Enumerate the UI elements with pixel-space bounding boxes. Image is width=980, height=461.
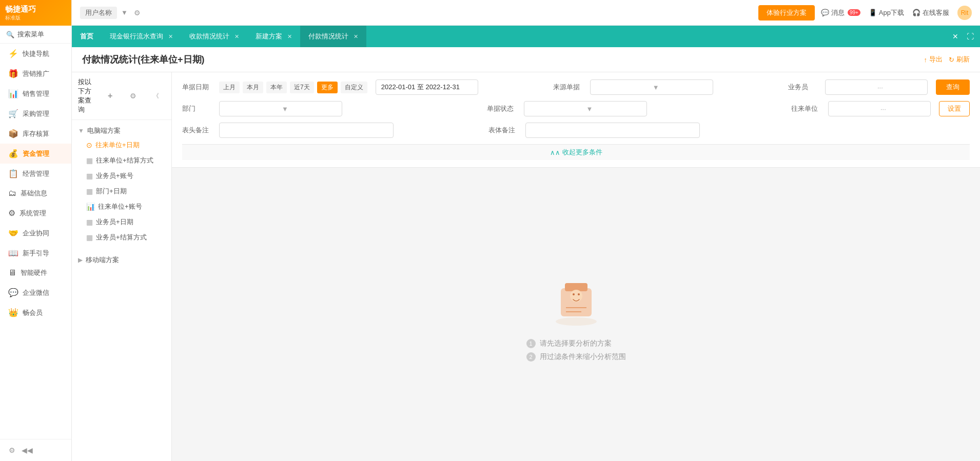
mobile-scheme-group-header[interactable]: ▶ 移动端方案: [72, 253, 171, 267]
scheme-staff-date[interactable]: ▦ 业务员+日期: [72, 214, 171, 230]
scheme-partner-settle[interactable]: ▦ 往来单位+结算方式: [72, 153, 171, 168]
table-head-note-input[interactable]: [219, 123, 394, 138]
empty-state: 1 请先选择要分析的方案 2 用过滤条件来缩小分析范围: [172, 168, 980, 461]
search-menu[interactable]: 🔍 搜索菜单: [0, 26, 71, 44]
page-header: 付款情况统计(往来单位+日期) ↑ 导出 ↻ 刷新: [72, 47, 980, 72]
tab-new-plan[interactable]: 新建方案 ✕: [247, 26, 300, 47]
sales-label: 销售管理: [23, 89, 49, 98]
sidebar-item-basic[interactable]: 🗂 基础信息: [0, 184, 71, 203]
chart-scheme-icon: 📊: [86, 203, 95, 211]
trial-btn[interactable]: 体验行业方案: [758, 5, 815, 21]
enterprise-label: 企业协同: [23, 229, 49, 238]
tab-close-all-btn[interactable]: ✕: [950, 30, 961, 43]
tab-new-plan-close[interactable]: ✕: [287, 33, 292, 40]
partner-ellipsis-icon: ···: [880, 105, 925, 113]
table-body-note-input[interactable]: [525, 123, 700, 138]
scheme-staff-settle[interactable]: ▦ 业务员+结算方式: [72, 230, 171, 245]
online-service-btn[interactable]: 🎧 在线客服: [912, 8, 949, 17]
sidebar-item-wechat[interactable]: 💬 企业微信: [0, 283, 71, 303]
system-label: 系统管理: [19, 209, 46, 218]
vip-label: 畅会员: [23, 308, 43, 317]
sidebar-item-vip[interactable]: 👑 畅会员: [0, 303, 71, 323]
empty-tip-2-text: 用过滤条件来缩小分析范围: [540, 352, 626, 362]
scheme-partner-account[interactable]: 📊 往来单位+账号: [72, 199, 171, 214]
scheme-partner-account-label: 往来单位+账号: [98, 202, 142, 211]
scheme-staff-account[interactable]: ▦ 业务员+账号: [72, 168, 171, 184]
staff-select[interactable]: ···: [825, 79, 928, 95]
svg-point-5: [578, 293, 580, 295]
dept-select[interactable]: ▼: [219, 101, 342, 116]
sidebar-item-system[interactable]: ⚙ 系统管理: [0, 203, 71, 223]
partner-select[interactable]: ···: [828, 101, 931, 116]
source-bill-dropdown-icon: ▼: [653, 84, 708, 91]
scheme-dept-date[interactable]: ▦ 部门+日期: [72, 184, 171, 199]
tabbar-right: ✕ ⛶: [950, 30, 980, 43]
sidebar-item-purchase[interactable]: 🛒 采购管理: [0, 104, 71, 124]
tab-payment-stat[interactable]: 付款情况统计 ✕: [300, 26, 366, 47]
sidebar-item-marketing[interactable]: 🎁 营销推广: [0, 64, 71, 84]
tab-home[interactable]: 首页: [72, 26, 102, 47]
topbar-settings-icon[interactable]: ⚙: [132, 7, 143, 18]
system-icon: ⚙: [8, 208, 15, 218]
staff-ellipsis-icon: ···: [877, 84, 922, 91]
online-service-icon: 🎧: [912, 9, 920, 16]
content-layout: 按以下方案查询 + ⚙ 《 ▼ 电脑端方案 ⊙ 往来单位+日期 ▦: [72, 72, 980, 461]
user-avatar[interactable]: Rit: [957, 6, 972, 20]
tab-receipt-stat-close[interactable]: ✕: [234, 33, 239, 40]
collapse-chevron-icon: ∧∧: [550, 149, 560, 156]
date-range-input[interactable]: 2022-01-01 至 2022-12-31: [376, 79, 478, 95]
scheme-dept-date-label: 部门+日期: [96, 187, 127, 196]
scheme-partner-date[interactable]: ⊙ 往来单位+日期: [72, 137, 171, 153]
date-pill-this-year[interactable]: 本年: [266, 82, 287, 93]
app-download-btn[interactable]: 📱 App下载: [869, 8, 904, 17]
bottom-collapse-btn[interactable]: ◀◀: [22, 445, 33, 456]
bottom-settings-btn[interactable]: ⚙: [6, 445, 17, 456]
tab-expand-btn[interactable]: ⛶: [965, 30, 976, 43]
scheme-partner-settle-label: 往来单位+结算方式: [96, 156, 153, 165]
pc-scheme-group-header[interactable]: ▼ 电脑端方案: [72, 124, 171, 137]
quick-nav-label: 快捷导航: [23, 49, 49, 58]
svg-point-3: [570, 290, 582, 302]
topbar-user: 用户名称 ▼ ⚙: [80, 7, 752, 19]
quick-nav-icon: ⚡: [8, 49, 18, 58]
chevron-right-icon: ▶: [78, 256, 83, 264]
sidebar-item-quick-nav[interactable]: ⚡ 快捷导航: [0, 44, 71, 64]
refresh-btn[interactable]: ↻ 刷新: [949, 55, 970, 64]
sidebar-item-sales[interactable]: 📊 销售管理: [0, 84, 71, 104]
export-btn[interactable]: ↑ 导出: [924, 55, 943, 64]
date-pill-this-month[interactable]: 本月: [243, 82, 263, 93]
add-scheme-btn[interactable]: +: [101, 90, 120, 102]
sidebar-item-enterprise[interactable]: 🤝 企业协同: [0, 223, 71, 243]
collapse-more-btn[interactable]: ∧∧ 收起更多条件: [182, 144, 970, 160]
svg-point-0: [556, 317, 597, 326]
scheme-settings-btn[interactable]: ⚙: [124, 90, 143, 102]
empty-tip-1-text: 请先选择要分析的方案: [540, 339, 612, 348]
sidebar-item-guide[interactable]: 📖 新手引导: [0, 243, 71, 263]
tab-payment-stat-close[interactable]: ✕: [354, 33, 358, 40]
table-body-note-label: 表体备注: [488, 126, 517, 135]
date-pill-7days[interactable]: 近7天: [290, 82, 314, 93]
empty-tips: 1 请先选择要分析的方案 2 用过滤条件来缩小分析范围: [526, 339, 626, 362]
source-bill-select[interactable]: ▼: [590, 79, 713, 95]
tab-bank-flow-close[interactable]: ✕: [168, 33, 173, 40]
search-icon: 🔍: [6, 31, 14, 38]
sidebar-item-finance[interactable]: 💰 资金管理: [0, 144, 71, 164]
sidebar-item-inventory[interactable]: 📦 库存核算: [0, 124, 71, 144]
dropdown-icon[interactable]: ▼: [121, 9, 128, 16]
sidebar-item-hardware[interactable]: 🖥 智能硬件: [0, 263, 71, 283]
date-pill-last-month[interactable]: 上月: [219, 82, 240, 93]
query-btn[interactable]: 查询: [936, 79, 970, 95]
staff-label: 业务员: [788, 83, 817, 92]
tab-receipt-stat[interactable]: 收款情况统计 ✕: [181, 26, 247, 47]
date-pill-more[interactable]: 更多: [317, 82, 338, 93]
date-pill-custom[interactable]: 自定义: [341, 82, 367, 93]
sidebar-item-business[interactable]: 📋 经营管理: [0, 164, 71, 184]
settings-btn[interactable]: 设置: [939, 101, 970, 116]
bill-status-select[interactable]: ▼: [524, 101, 647, 116]
message-btn[interactable]: 💬 消息 99+: [821, 8, 860, 17]
svg-point-4: [573, 293, 575, 295]
enterprise-icon: 🤝: [8, 228, 18, 238]
tip-num-2: 2: [526, 352, 536, 362]
tab-bank-flow[interactable]: 现金银行流水查询 ✕: [102, 26, 181, 47]
panel-collapse-btn[interactable]: 《: [147, 90, 166, 102]
